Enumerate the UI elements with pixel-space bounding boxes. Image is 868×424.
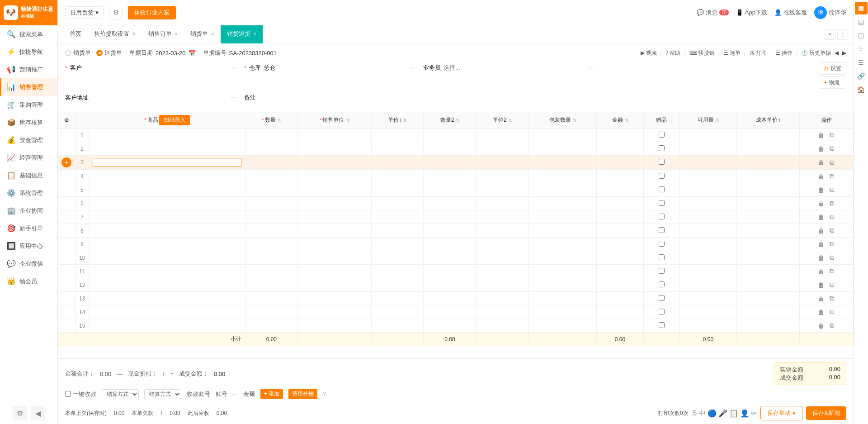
cell-quantity2-11[interactable]	[424, 265, 476, 278]
quantity2-sort-icon[interactable]: ⇅	[456, 118, 459, 123]
delete-row-btn-12[interactable]: 🗑	[816, 281, 826, 290]
cell-amount-7[interactable]	[597, 210, 643, 224]
cell-available-14[interactable]	[679, 305, 737, 319]
cell-unit2-13[interactable]	[476, 292, 528, 305]
one-click-collect-input[interactable]	[65, 391, 71, 397]
tab-home[interactable]: 首页	[63, 25, 88, 43]
gift-checkbox-5[interactable]	[659, 186, 665, 192]
cell-gift-8[interactable]	[643, 224, 679, 238]
cell-quantity2-4[interactable]	[424, 170, 476, 183]
cell-quantity2-12[interactable]	[424, 278, 476, 292]
gift-checkbox-6[interactable]	[659, 200, 665, 206]
cell-unit2-11[interactable]	[476, 265, 528, 278]
product-input-3[interactable]	[93, 158, 241, 167]
gift-checkbox-15[interactable]	[659, 322, 665, 328]
tab-sales-delivery[interactable]: 销货单 ×	[184, 25, 221, 43]
address-input[interactable]	[91, 92, 228, 103]
sidebar-item-sales[interactable]: 📊 销售管理	[0, 78, 57, 96]
gift-checkbox-4[interactable]	[659, 173, 665, 179]
action-history[interactable]: 🕐 历史单据	[801, 49, 831, 57]
cell-gift-14[interactable]	[643, 305, 679, 319]
cell-amount-4[interactable]	[597, 170, 643, 183]
copy-row-btn-9[interactable]: ⧉	[827, 240, 836, 249]
cell-unit2-7[interactable]	[476, 210, 528, 224]
action-operations[interactable]: ☰ 操作	[775, 49, 793, 57]
cell-available-6[interactable]	[679, 197, 737, 210]
cell-quantity2-13[interactable]	[424, 292, 476, 305]
cell-amount-13[interactable]	[597, 292, 643, 305]
cell-gift-12[interactable]	[643, 278, 679, 292]
cell-quantity-6[interactable]	[245, 197, 297, 210]
tool-icon-1[interactable]: S	[692, 409, 697, 417]
cell-unit2-2[interactable]	[476, 142, 528, 156]
cell-quantity2-5[interactable]	[424, 183, 476, 197]
cell-sales-unit-7[interactable]	[298, 210, 372, 224]
cell-unit-price-6[interactable]	[372, 197, 424, 210]
delete-row-btn-9[interactable]: 🗑	[816, 240, 826, 249]
cell-pack-quantity-13[interactable]	[529, 292, 597, 305]
th-settings[interactable]: ⚙	[58, 112, 75, 129]
cell-product-10[interactable]	[89, 251, 245, 265]
cell-sales-unit-14[interactable]	[298, 305, 372, 319]
cell-unit2-8[interactable]	[476, 224, 528, 238]
gift-checkbox-8[interactable]	[659, 227, 665, 233]
notes-input[interactable]	[259, 92, 846, 103]
online-service-btn[interactable]: 👤 在线客服	[774, 9, 807, 17]
cell-unit2-3[interactable]	[476, 156, 528, 170]
cell-quantity-14[interactable]	[245, 305, 297, 319]
cell-unit-price-8[interactable]	[372, 224, 424, 238]
delete-row-btn-5[interactable]: 🗑	[816, 186, 826, 195]
cell-unit-price-10[interactable]	[372, 251, 424, 265]
delete-row-btn-10[interactable]: 🗑	[816, 253, 826, 262]
warehouse-input[interactable]	[264, 62, 407, 73]
cell-amount-12[interactable]	[597, 278, 643, 292]
cell-available-11[interactable]	[679, 265, 737, 278]
tool-icon-6[interactable]: 👤	[740, 409, 749, 418]
radio-return[interactable]: 退货单	[96, 49, 122, 57]
cell-cost-price-4[interactable]	[737, 170, 799, 183]
cell-cost-price-10[interactable]	[737, 251, 799, 265]
cell-cost-price-5[interactable]	[737, 183, 799, 197]
right-tool-btn6[interactable]: 🔗	[855, 70, 868, 82]
cell-gift-11[interactable]	[643, 265, 679, 278]
cell-sales-unit-3[interactable]	[298, 156, 372, 170]
delete-row-btn-3[interactable]: 🗑	[816, 158, 826, 167]
cell-pack-quantity-4[interactable]	[529, 170, 597, 183]
cell-unit-price-5[interactable]	[372, 183, 424, 197]
cell-pack-quantity-2[interactable]	[529, 142, 597, 156]
save-draft-btn[interactable]: 保存草稿 ▾	[760, 406, 802, 420]
cell-gift-2[interactable]	[643, 142, 679, 156]
cell-quantity2-10[interactable]	[424, 251, 476, 265]
sidebar-item-member[interactable]: 👑 畅会员	[0, 272, 57, 290]
cell-quantity-1[interactable]	[245, 129, 297, 142]
save-new-btn[interactable]: 保存&新增	[806, 406, 846, 420]
address-dots[interactable]: ···	[231, 94, 237, 102]
cell-quantity2-6[interactable]	[424, 197, 476, 210]
cell-unit2-9[interactable]	[476, 238, 528, 251]
gift-checkbox-13[interactable]	[659, 295, 665, 301]
cell-product-12[interactable]	[89, 278, 245, 292]
cell-available-13[interactable]	[679, 292, 737, 305]
cell-available-3[interactable]	[679, 156, 737, 170]
tool-icon-4[interactable]: 🎤	[718, 409, 727, 418]
industry-dropdown[interactable]: 日用百货 ▾	[65, 6, 104, 19]
sidebar-item-marketing[interactable]: 📢 营销推广	[0, 61, 57, 78]
cell-cost-price-12[interactable]	[737, 278, 799, 292]
warehouse-dots[interactable]: ···	[410, 64, 416, 72]
pack-quantity-sort-icon[interactable]: ⇅	[573, 118, 576, 123]
cell-product-7[interactable]	[89, 210, 245, 224]
copy-row-btn-11[interactable]: ⧉	[827, 267, 836, 276]
delete-row-btn-6[interactable]: 🗑	[816, 199, 826, 208]
radio-delivery[interactable]: 销货单	[65, 49, 91, 57]
cell-quantity-10[interactable]	[245, 251, 297, 265]
cell-gift-5[interactable]	[643, 183, 679, 197]
user-profile-btn[interactable]: 徐 徐泽华	[814, 6, 846, 19]
one-click-collect-checkbox[interactable]: 一键收款	[65, 390, 96, 398]
cell-gift-13[interactable]	[643, 292, 679, 305]
action-next-doc[interactable]: ▶	[842, 50, 846, 56]
action-help[interactable]: ? 帮助	[665, 49, 681, 57]
cell-product-3[interactable]	[89, 156, 245, 170]
delete-row-btn-2[interactable]: 🗑	[816, 144, 826, 153]
copy-row-btn-3[interactable]: ⧉	[827, 158, 836, 167]
cell-amount-5[interactable]	[597, 183, 643, 197]
